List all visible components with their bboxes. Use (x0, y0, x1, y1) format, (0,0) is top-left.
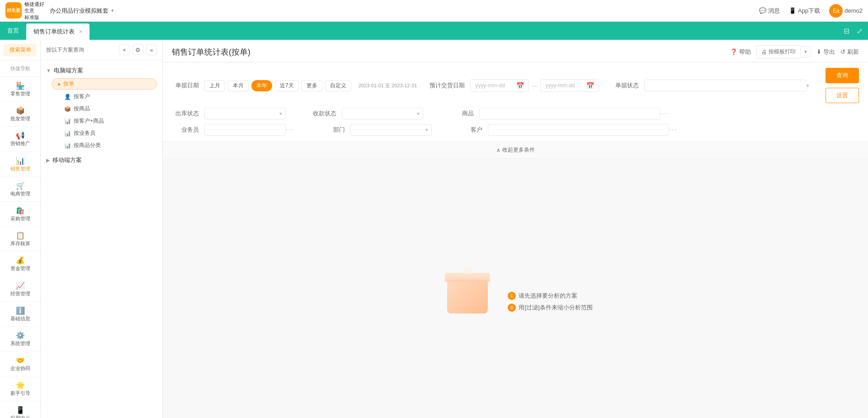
main-layout: 搜索菜单 快捷导航 🏪 零售管理 📦 批发管理 📢 营销推广 📊 销售管理 🛒 … (0, 40, 868, 418)
tree-child-by-product[interactable]: 📦 按商品 (52, 103, 157, 115)
sidebar-item-enterprise-label: 企业协同 (3, 366, 38, 371)
download-icon: 📱 (789, 7, 796, 14)
tab-home[interactable]: 首页 (0, 22, 26, 40)
customer-input[interactable] (488, 124, 669, 136)
date-btn-this-month[interactable]: 本月 (228, 80, 249, 91)
left-panel-header: 按以下方案查询 + ⚙ « (41, 40, 162, 60)
tree-parent-pc[interactable]: ▼ 电脑端方案 (46, 64, 157, 77)
collapse-panel-btn[interactable]: « (146, 44, 157, 55)
expected-delivery-end[interactable]: yyyy-mm-dd 📅 (540, 79, 599, 92)
expected-delivery-end-placeholder: yyyy-mm-dd (545, 82, 575, 89)
sidebar-item-ecommerce[interactable]: 🛒 电商管理 (0, 177, 40, 202)
tree-child-by-cust-prod[interactable]: 📊 按客户+商品 (52, 115, 157, 127)
sidebar-item-sales-label: 销售管理 (3, 166, 38, 172)
add-scheme-btn[interactable]: + (119, 44, 130, 55)
payment-status-select[interactable] (342, 108, 423, 119)
scheme-settings-btn[interactable]: ⚙ (132, 44, 143, 55)
basic-icon: ℹ️ (3, 306, 38, 315)
sidebar: 搜索菜单 快捷导航 🏪 零售管理 📦 批发管理 📢 营销推广 📊 销售管理 🛒 … (0, 40, 41, 418)
tree-children-pc: ● 按单 👤 按客户 📦 按商品 📊 按客 (46, 78, 157, 152)
date-label: 单据日期 (172, 81, 199, 90)
tree-child-by-salesman[interactable]: 📊 按业务员 (52, 127, 157, 139)
app-title-arrow-icon[interactable]: ▾ (111, 8, 114, 14)
refresh-icon: ↺ (840, 48, 845, 55)
template-print-arrow[interactable]: ▾ (800, 46, 811, 57)
refresh-btn[interactable]: ↺ 刷新 (840, 48, 859, 56)
template-print-group: 🖨 按模板打印 ▾ (756, 45, 811, 58)
customer-dots-btn[interactable]: ··· (669, 126, 677, 134)
sidebar-item-appcenter[interactable]: 📱 应用中心 (0, 401, 40, 418)
calendar-icon-2: 📅 (586, 82, 594, 89)
doc-status-select[interactable] (644, 80, 807, 91)
sidebar-item-system[interactable]: ⚙️ 系统管理 (0, 327, 40, 352)
query-btn[interactable]: 查询 (826, 68, 859, 83)
by-customer-label: 按客户 (74, 93, 90, 100)
sidebar-item-basic[interactable]: ℹ️ 基础信息 (0, 302, 40, 327)
date-range-text: 2023-01-01 至 2023-12-31 (359, 82, 417, 89)
app-title-area: 办公用品行业模拟账套 ▾ (46, 7, 759, 15)
tab-fullscreen-btn[interactable]: ⤢ (855, 25, 864, 37)
message-icon: 💬 (759, 7, 766, 14)
sidebar-item-marketing[interactable]: 📢 营销推广 (0, 127, 40, 152)
date-btn-this-year[interactable]: 本年 (251, 80, 272, 91)
wholesale-icon: 📦 (3, 106, 38, 115)
message-btn[interactable]: 💬 消息 (759, 7, 780, 15)
ship-status-select[interactable] (204, 108, 286, 119)
tree-parent-mobile[interactable]: ▶ 移动端方案 (46, 153, 157, 167)
sidebar-item-finance[interactable]: 💰 资金管理 (0, 252, 40, 276)
sidebar-item-purchase[interactable]: 🛍️ 采购管理 (0, 202, 40, 227)
box-decoration (463, 267, 472, 275)
date-btn-last-month[interactable]: 上月 (204, 80, 225, 91)
empty-illustration (438, 264, 497, 314)
salesman-dots-btn[interactable]: ··· (286, 126, 294, 134)
salesman-input[interactable] (204, 124, 286, 136)
tab-sales-summary[interactable]: 销售订单统计表 × (26, 24, 90, 40)
salesman-input-area: ··· (204, 124, 294, 136)
product-dots-btn[interactable]: ··· (660, 109, 669, 118)
inventory-icon: 📋 (3, 231, 38, 240)
by-order-icon: ● (57, 81, 61, 87)
sidebar-item-sales[interactable]: 📊 销售管理 (0, 152, 40, 177)
by-customer-icon: 👤 (64, 94, 71, 100)
date-btn-7days[interactable]: 近7天 (275, 80, 299, 91)
product-input-area: ··· (479, 108, 859, 119)
tab-close-icon[interactable]: × (79, 28, 82, 35)
dept-select-wrapper (350, 124, 432, 136)
sidebar-item-enterprise[interactable]: 🤝 企业协同 (0, 352, 40, 376)
product-input[interactable] (479, 108, 660, 119)
setting-btn[interactable]: 设置 (826, 88, 859, 103)
left-panel: 按以下方案查询 + ⚙ « ▼ 电脑端方案 ● (41, 40, 163, 418)
right-content: 销售订单统计表(按单) ❓ 帮助 🖨 按模板打印 ▾ (163, 40, 868, 418)
sidebar-item-basic-label: 基础信息 (3, 316, 38, 322)
help-icon: ❓ (730, 48, 737, 55)
search-menu-btn[interactable]: 搜索菜单 (4, 43, 37, 57)
export-btn[interactable]: ⬇ 导出 (816, 48, 835, 56)
tree-child-by-order[interactable]: ● 按单 (52, 78, 157, 90)
date-btn-more[interactable]: 更多 (302, 80, 322, 91)
collapse-bar[interactable]: ∧ 收起更多条件 (163, 142, 868, 159)
by-cust-prod-label: 按客户+商品 (74, 117, 104, 125)
help-btn[interactable]: ❓ 帮助 (730, 48, 751, 56)
sidebar-item-retail[interactable]: 🏪 零售管理 (0, 77, 40, 102)
date-btn-custom[interactable]: 自定义 (325, 80, 351, 91)
app-download-btn[interactable]: 📱 App下载 (789, 7, 820, 15)
dept-select[interactable] (350, 124, 432, 136)
template-print-btn[interactable]: 🖨 按模板打印 (756, 45, 800, 58)
tree-child-by-category[interactable]: 📊 按商品分类 (52, 139, 157, 152)
sidebar-item-wholesale[interactable]: 📦 批发管理 (0, 102, 40, 127)
sidebar-item-finance-label: 资金管理 (3, 266, 38, 271)
empty-hint-1: ① 请先选择要分析的方案 (508, 290, 592, 302)
template-print-label: 按模板打印 (769, 48, 796, 56)
sidebar-item-inventory[interactable]: 📋 库存核算 (0, 227, 40, 252)
sidebar-item-appcenter-label: 应用中心 (3, 415, 38, 418)
sidebar-item-newbie[interactable]: 🌟 新手引导 (0, 376, 40, 401)
tab-minimize-btn[interactable]: ⊟ (842, 25, 851, 37)
expected-delivery-start[interactable]: yyyy-mm-dd 📅 (470, 79, 529, 92)
sidebar-item-operations[interactable]: 📈 经营管理 (0, 277, 40, 302)
by-category-icon: 📊 (64, 142, 71, 149)
tree-child-by-customer[interactable]: 👤 按客户 (52, 90, 157, 103)
collapse-icon: ∧ (496, 147, 500, 153)
by-product-label: 按商品 (74, 105, 90, 113)
user-area[interactable]: Ea demo2 (829, 4, 863, 18)
empty-state-content: ① 请先选择要分析的方案 ② 用[过滤]条件来缩小分析范围 (438, 264, 592, 314)
